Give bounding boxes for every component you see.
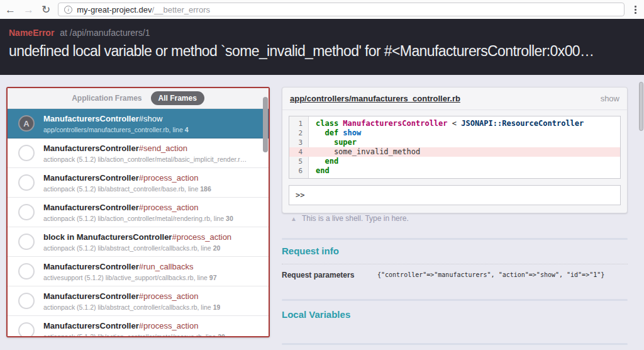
frame-title: ManufacturersController#run_callbacks bbox=[43, 262, 217, 271]
frame-title: ManufacturersController#process_action bbox=[43, 321, 225, 330]
frame-row-process-action-callbacks[interactable]: ManufacturersController#process_action a… bbox=[8, 286, 269, 316]
frame-title: block in ManufacturersController#process… bbox=[43, 232, 231, 242]
browser-chrome: ← → ↻ i my-great-project.dev/__better_er… bbox=[0, 0, 644, 19]
code-line-4-error: 4 some_invalid_method bbox=[289, 147, 620, 157]
frame-row-process-action-rescue[interactable]: ManufacturersController#process_action a… bbox=[8, 316, 269, 337]
frame-row-send-action[interactable]: ManufacturersController#send_action acti… bbox=[8, 138, 269, 168]
url-text: my-great-project.dev/__better_errors bbox=[77, 5, 210, 14]
frames-filter-bar: Application Frames All Frames bbox=[8, 88, 269, 109]
stack-frames-panel: Application Frames All Frames A Manufact… bbox=[6, 87, 270, 337]
live-shell-input[interactable]: >> bbox=[289, 185, 621, 205]
request-parameters-label: Request parameters bbox=[282, 271, 377, 279]
triangle-up-icon: ▲ bbox=[291, 215, 297, 222]
frame-path: app/controllers/manufacturers_controller… bbox=[43, 126, 189, 133]
section-divider bbox=[282, 343, 628, 345]
section-divider bbox=[282, 238, 628, 240]
local-variables-title: Local Variables bbox=[282, 309, 350, 320]
frame-path: actionpack (5.1.2) lib/abstract_controll… bbox=[43, 244, 231, 252]
frame-path: actionpack (5.1.2) lib/action_controller… bbox=[43, 215, 233, 222]
application-frame-badge: A bbox=[18, 115, 35, 132]
request-parameters-row: Request parameters {"controller"=>"manuf… bbox=[282, 271, 628, 279]
frame-title: ManufacturersController#process_action bbox=[43, 173, 211, 183]
repl-prompt: >> bbox=[296, 191, 304, 200]
tab-application-frames[interactable]: Application Frames bbox=[72, 94, 142, 103]
live-shell-note-text: This is a live shell. Type in here. bbox=[302, 214, 409, 223]
source-code-card: app/controllers/manufacturers_controller… bbox=[282, 87, 628, 213]
frame-path: actionpack (5.1.2) lib/action_controller… bbox=[43, 155, 247, 163]
frame-row-show[interactable]: A ManufacturersController#show app/contr… bbox=[8, 109, 269, 138]
page-scrollbar[interactable] bbox=[639, 82, 643, 131]
code-line-2: 2 def show bbox=[289, 128, 620, 138]
request-parameters-value: {"controller"=>"manufacturers", "action"… bbox=[377, 271, 604, 279]
frame-badge bbox=[18, 174, 35, 191]
source-card-header: app/controllers/manufacturers_controller… bbox=[282, 88, 627, 110]
request-path: at /api/manufacturers/1 bbox=[60, 28, 150, 38]
frame-row-block-process-action[interactable]: block in ManufacturersController#process… bbox=[8, 227, 269, 257]
frame-badge bbox=[18, 293, 35, 309]
reload-icon[interactable]: ↻ bbox=[42, 4, 50, 15]
frame-path: actionpack (5.1.2) lib/action_controller… bbox=[43, 333, 225, 338]
frame-badge bbox=[18, 204, 35, 220]
frames-scrollbar[interactable] bbox=[263, 97, 268, 152]
frame-row-process-action-base[interactable]: ManufacturersController#process_action a… bbox=[8, 168, 269, 198]
frame-row-process-action-rendering[interactable]: ManufacturersController#process_action a… bbox=[8, 198, 269, 227]
frame-path: actionpack (5.1.2) lib/abstract_controll… bbox=[43, 185, 211, 193]
source-filename-link[interactable]: app/controllers/manufacturers_controller… bbox=[290, 94, 460, 103]
live-shell-note: ▲ This is a live shell. Type in here. bbox=[291, 214, 409, 223]
frame-title: ManufacturersController#process_action bbox=[43, 203, 233, 212]
request-info-title: Request info bbox=[282, 246, 339, 256]
section-divider bbox=[282, 299, 628, 301]
error-location-line: NameError at /api/manufacturers/1 bbox=[9, 28, 635, 38]
frame-path: actionpack (5.1.2) lib/abstract_controll… bbox=[43, 303, 220, 311]
exception-name: NameError bbox=[9, 28, 54, 38]
code-line-1: 1 class ManufacturersController < JSONAP… bbox=[289, 119, 620, 128]
dotted-divider bbox=[282, 264, 628, 264]
url-bar[interactable]: i my-great-project.dev/__better_errors bbox=[58, 3, 625, 16]
error-message: undefined local variable or method `some… bbox=[9, 43, 635, 60]
frame-title: ManufacturersController#show bbox=[43, 114, 189, 123]
frame-badge bbox=[18, 263, 35, 279]
frame-title: ManufacturersController#send_action bbox=[43, 144, 247, 153]
code-viewer: 1 class ManufacturersController < JSONAP… bbox=[289, 116, 621, 179]
frame-path: activesupport (5.1.2) lib/active_support… bbox=[43, 274, 217, 281]
forward-icon[interactable]: → bbox=[23, 4, 34, 15]
frame-title: ManufacturersController#process_action bbox=[43, 291, 220, 301]
error-header: NameError at /api/manufacturers/1 undefi… bbox=[0, 19, 644, 75]
frame-badge bbox=[18, 145, 35, 161]
tab-all-frames[interactable]: All Frames bbox=[151, 91, 204, 105]
code-line-3: 3 super bbox=[289, 138, 620, 147]
frame-row-run-callbacks[interactable]: ManufacturersController#run_callbacks ac… bbox=[8, 257, 269, 286]
page-info-icon[interactable]: i bbox=[64, 6, 72, 14]
browser-menu-icon[interactable] bbox=[632, 4, 639, 15]
back-icon[interactable]: ← bbox=[5, 4, 16, 15]
code-line-6: 6 end bbox=[289, 166, 620, 176]
frame-badge bbox=[18, 322, 35, 337]
code-line-5: 5 end bbox=[289, 157, 620, 166]
frame-badge bbox=[18, 234, 35, 250]
action-name-link[interactable]: show bbox=[601, 94, 619, 103]
